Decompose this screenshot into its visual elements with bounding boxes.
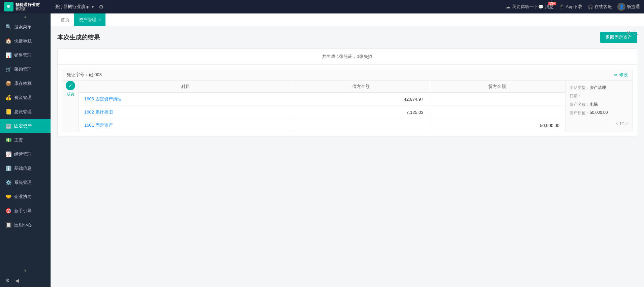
col-credit: 贷方金额 [429,81,565,93]
inventory-icon: 📦 [5,81,11,87]
logo-title: 畅捷通好业财 [16,2,40,7]
app-center-icon: 🔲 [5,222,11,228]
sidebar-item-enterprise[interactable]: 🤝 企业协同 [0,190,51,204]
tab-close-asset-management[interactable]: × [98,18,101,22]
sidebar-item-app-center[interactable]: 🔲 应用中心 [0,218,51,232]
app-download-button[interactable]: 📱 App下载 [559,4,582,10]
page-content: ✕ ⛶ 本次生成的结果 返回固定资产 共生成 1张凭证，0张失败 凭证字号：记-… [51,26,644,287]
sidebar-menu: 🔍 搜索菜单 🏠 快捷导航 📊 销售管理 🛒 采购管理 📦 库存核算 💰 资金管… [0,20,51,267]
cell-subject-2: 1601 固定资产 [79,119,293,132]
sidebar-scroll-down[interactable]: ▼ [0,267,51,274]
change-type-row: 变动类型： 资产清理 [570,85,628,91]
chevron-down-icon[interactable]: ▾ [92,4,94,9]
success-circle-icon: ✓ [66,81,75,90]
fixed-assets-icon: 🏢 [5,123,11,129]
expand-button[interactable]: ⛶ [633,30,639,36]
sidebar-item-quick-nav[interactable]: 🏠 快捷导航 [0,34,51,48]
cell-credit-1 [429,106,565,119]
enterprise-icon: 🤝 [5,194,11,200]
close-button[interactable]: ✕ [626,30,631,36]
success-label: 成功 [62,92,79,97]
header-right: 💬 消息 99+ 📱 App下载 🎧 在线客服 👤 畅捷通 [538,3,640,11]
cell-debit-0: 42,874.97 [293,93,429,106]
sidebar-item-guide[interactable]: 🎯 新手引导 [0,204,51,218]
col-debit: 借方金额 [293,81,429,93]
sidebar-item-system[interactable]: ⚙️ 系统管理 [0,176,51,190]
col-subject: 科目 [79,81,293,93]
sidebar-label-system: 系统管理 [14,180,32,186]
sidebar-item-sales[interactable]: 📊 销售管理 [0,48,51,62]
page-title-bar: 本次生成的结果 返回固定资产 [57,32,637,43]
voucher-number: 凭证字号：记-003 [67,72,102,78]
sidebar-item-basic-info[interactable]: ℹ️ 基础信息 [0,161,51,176]
payroll-icon: 💵 [5,137,11,143]
avatar: 👤 [617,3,625,11]
original-value-label: 资产原值： [570,110,590,116]
table-row: 1602 累计折旧 7,125.03 [79,106,565,119]
cell-credit-2: 50,000.00 [429,119,565,132]
sidebar-settings-icon[interactable]: ⚙ [5,278,10,284]
pagination[interactable]: < 1/1 > [570,119,628,126]
table-row: 1606 固定资产清理 42,874.97 [79,93,565,106]
sidebar-item-operations[interactable]: 📈 经营管理 [0,147,51,161]
cloud-icon: ☁ [505,4,511,10]
cell-debit-1: 7,125.03 [293,106,429,119]
tab-bar: 首页 资产管理 × [51,13,644,26]
download-icon: 📱 [559,4,564,9]
sidebar-label-ledger: 总账管理 [14,109,32,115]
logo-icon: 财 [4,2,13,11]
original-value-row: 资产原值： 50,000.00 [570,110,628,116]
change-type-value: 资产清理 [590,85,606,91]
date-label: 日期： [570,93,590,99]
sidebar-item-search[interactable]: 🔍 搜索菜单 [0,20,51,34]
side-info-panel: 变动类型： 资产清理 日期： 资产名称： 电脑 [565,81,633,132]
main-layout: ▲ 🔍 搜索菜单 🏠 快捷导航 📊 销售管理 🛒 采购管理 📦 库存核算 💰 资… [0,13,644,287]
original-value-value: 50,000.00 [590,110,608,116]
sidebar-label-finance: 资金管理 [14,95,32,101]
sidebar-item-inventory[interactable]: 📦 库存核算 [0,76,51,91]
result-summary: 共生成 1张凭证，0张失败 [58,49,637,65]
message-icon: 💬 [538,4,544,9]
cell-subject-1: 1602 累计折旧 [79,106,293,119]
sidebar-label-quick-nav: 快捷导航 [14,38,32,44]
edit-button[interactable]: ✏ 修改 [614,72,628,78]
purchase-icon: 🛒 [5,66,11,72]
result-card: 共生成 1张凭证，0张失败 凭证字号：记-003 ✏ 修改 ✓ [57,49,637,136]
basic-info-icon: ℹ️ [5,165,11,171]
tab-home[interactable]: 首页 [56,13,74,26]
modal-controls: ✕ ⛶ [626,30,639,36]
sidebar-label-search: 搜索菜单 [14,24,32,30]
voucher-section: 凭证字号：记-003 ✏ 修改 ✓ 成功 [62,69,633,132]
sidebar-collapse-icon[interactable]: ◀ [15,278,19,284]
header-company[interactable]: 医疗器械行业演示 ▾ ⚙ [55,4,499,10]
online-service-label: 在线客服 [594,4,612,10]
asset-name-value: 电脑 [590,102,598,107]
user-menu[interactable]: 👤 畅捷通 [617,3,640,11]
experience-label: 我要体验一下 [512,4,538,10]
sidebar-scroll-up[interactable]: ▲ [0,13,51,20]
sidebar-label-sales: 销售管理 [14,52,32,58]
settings-icon[interactable]: ⚙ [99,4,103,10]
sidebar-label-enterprise: 企业协同 [14,194,32,200]
operations-icon: 📈 [5,151,11,157]
sidebar-item-finance[interactable]: 💰 资金管理 [0,91,51,105]
sidebar-item-purchase[interactable]: 🛒 采购管理 [0,62,51,76]
sidebar-label-operations: 经营管理 [14,151,32,157]
sidebar-item-payroll[interactable]: 💵 工资 [0,133,51,147]
ledger-icon: 📒 [5,109,11,115]
online-service-button[interactable]: 🎧 在线客服 [588,4,612,10]
cell-debit-2 [293,119,429,132]
sidebar-item-ledger[interactable]: 📒 总账管理 [0,105,51,119]
sidebar-label-payroll: 工资 [14,137,23,143]
header-experience[interactable]: ☁ 我要体验一下 [505,4,538,10]
tab-asset-management[interactable]: 资产管理 × [74,13,105,26]
message-button[interactable]: 💬 消息 99+ [538,4,554,10]
tab-label-home: 首页 [61,17,69,23]
edit-icon: ✏ [614,72,618,77]
change-type-label: 变动类型： [570,85,590,91]
sidebar-label-purchase: 采购管理 [14,66,32,72]
service-icon: 🎧 [588,4,593,9]
quick-nav-icon: 🏠 [5,38,11,44]
table-row: 1601 固定资产 50,000.00 [79,119,565,132]
sidebar-item-fixed-assets[interactable]: 🏢 固定资产 [0,119,51,133]
